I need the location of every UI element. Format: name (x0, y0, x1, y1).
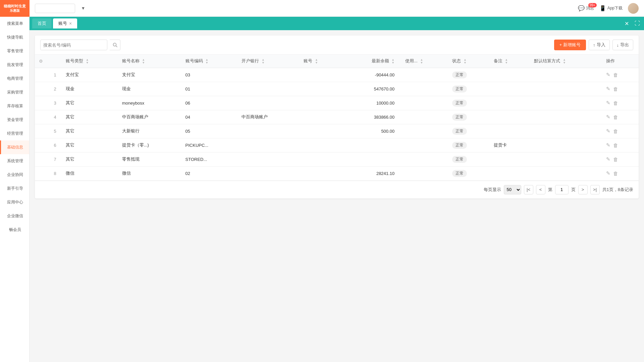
cell-bank-1 (237, 82, 300, 96)
table-row: 5 其它 大新银行 05 500.00 正常 ✎ 🗑 (35, 124, 639, 138)
add-account-button[interactable]: + 新增账号 (554, 40, 586, 50)
page-size-select[interactable]: 50 20 100 (504, 185, 521, 194)
logo-text-top: 稳稳时时生意 (4, 4, 26, 8)
logo: 稳稳时时生意 乐惠版 (0, 0, 30, 17)
page-label: 第 (548, 187, 552, 193)
page-first-btn[interactable]: |< (524, 185, 533, 194)
message-badge: 99+ (588, 3, 597, 7)
delete-icon-7[interactable]: 🗑 (613, 171, 618, 176)
col-account[interactable]: 账号 ▲▼ (300, 55, 340, 68)
avatar-image (628, 3, 639, 14)
tabbar-close-btn[interactable]: ✕ (623, 19, 631, 27)
cell-usage-1 (401, 82, 448, 96)
edit-icon-2[interactable]: ✎ (606, 100, 610, 106)
edit-icon-1[interactable]: ✎ (606, 86, 610, 92)
col-status[interactable]: 状态 ▲▼ (448, 55, 489, 68)
cell-settings-0 (35, 68, 48, 82)
col-action: 操作 (602, 55, 639, 68)
page-input[interactable] (555, 185, 569, 194)
topbar-avatar[interactable] (628, 3, 639, 14)
delete-icon-4[interactable]: 🗑 (613, 128, 618, 134)
edit-icon-5[interactable]: ✎ (606, 142, 610, 148)
sidebar-item-finance[interactable]: 资金管理 (0, 113, 29, 127)
account-search-btn[interactable] (110, 40, 120, 50)
toolbar-right: + 新增账号 ↑ 导入 ↓ 导出 (554, 40, 633, 50)
topbar-dropdown-icon[interactable]: ▼ (79, 4, 87, 12)
col-bank[interactable]: 开户银行 ▲▼ (237, 55, 300, 68)
sidebar-item-guide[interactable]: 新手引导 (0, 182, 29, 195)
search-icon (113, 43, 117, 47)
col-name[interactable]: 账号名称 ▲▼ (118, 55, 181, 68)
tab-account[interactable]: 账号 × (53, 18, 77, 28)
cell-bank-4 (237, 124, 300, 138)
cell-settings-6 (35, 152, 48, 166)
sidebar-item-basic[interactable]: 基础信息 (0, 140, 29, 154)
export-button[interactable]: ↓ 导出 (612, 40, 634, 50)
edit-icon-7[interactable]: ✎ (606, 170, 610, 176)
cell-code-3: 04 (181, 110, 238, 124)
edit-icon-3[interactable]: ✎ (606, 114, 610, 120)
cell-note-2 (490, 96, 530, 110)
sort-icon-status: ▲▼ (464, 58, 467, 64)
page-last-btn[interactable]: >| (590, 185, 600, 194)
cell-settings-3 (35, 110, 48, 124)
tab-account-label: 账号 (58, 20, 67, 26)
sidebar-item-inventory[interactable]: 库存核算 (0, 99, 29, 113)
cell-balance-4: 500.00 (340, 124, 401, 138)
col-balance[interactable]: 最新余额 ▲▼ (340, 55, 401, 68)
sidebar-item-ecommerce[interactable]: 电商管理 (0, 72, 29, 85)
tab-home[interactable]: 首页 (32, 18, 52, 28)
sidebar-item-operations[interactable]: 经营管理 (0, 127, 29, 140)
col-usage[interactable]: 使用... ▲▼ (401, 55, 448, 68)
sidebar-item-membership[interactable]: 畅会员 (0, 223, 29, 237)
col-code[interactable]: 账号编码 ▲▼ (181, 55, 238, 68)
topbar-app-download-btn[interactable]: 📱 App下载 (599, 5, 623, 11)
page-next-btn[interactable]: > (578, 185, 588, 194)
sidebar-item-enterprise[interactable]: 企业协同 (0, 168, 29, 182)
cell-settings-1 (35, 82, 48, 96)
col-default-payment[interactable]: 默认结算方式 ▲▼ (530, 55, 602, 68)
table-row: 6 其它 提货卡（零...) PICKUPC... 正常 提货卡 ✎ 🗑 (35, 138, 639, 152)
cell-bank-7 (237, 166, 300, 180)
gear-icon: ⚙ (39, 59, 43, 64)
tab-account-close-icon[interactable]: × (69, 21, 72, 26)
page-prev-btn[interactable]: < (536, 185, 545, 194)
sidebar-item-search[interactable]: 搜索菜单 (0, 17, 29, 31)
cell-action-3: ✎ 🗑 (602, 110, 639, 124)
cell-balance-1: 547670.00 (340, 82, 401, 96)
topbar-search-input[interactable] (35, 4, 75, 13)
topbar: ▼ 💬 消息 99+ 📱 App下载 (30, 0, 644, 17)
sidebar-item-shortcut[interactable]: 快捷导航 (0, 31, 29, 44)
topbar-message-btn[interactable]: 💬 消息 99+ (578, 5, 594, 11)
delete-icon-3[interactable]: 🗑 (613, 114, 618, 120)
edit-icon-0[interactable]: ✎ (606, 72, 610, 78)
col-type[interactable]: 账号类型 ▲▼ (62, 55, 118, 68)
sidebar-item-wholesale[interactable]: 批发管理 (0, 58, 29, 72)
col-settings[interactable]: ⚙ (35, 55, 48, 68)
sidebar-item-system[interactable]: 系统管理 (0, 154, 29, 168)
delete-icon-0[interactable]: 🗑 (613, 72, 618, 78)
cell-note-6 (490, 152, 530, 166)
sort-icon-usage: ▲▼ (420, 58, 423, 64)
cell-bank-6 (237, 152, 300, 166)
account-search-input[interactable] (40, 40, 107, 50)
tabbar-maximize-btn[interactable]: ⛶ (633, 19, 641, 27)
cell-settings-5 (35, 138, 48, 152)
page-suffix: 页 (571, 187, 576, 193)
import-button[interactable]: ↑ 导入 (589, 40, 610, 50)
cell-default-3 (530, 110, 602, 124)
delete-icon-6[interactable]: 🗑 (613, 157, 618, 162)
delete-icon-1[interactable]: 🗑 (613, 86, 618, 92)
cell-note-4 (490, 124, 530, 138)
sidebar-item-app-center[interactable]: 应用中心 (0, 195, 29, 209)
col-note[interactable]: 备注 ▲▼ (490, 55, 530, 68)
edit-icon-6[interactable]: ✎ (606, 156, 610, 162)
sidebar-item-purchase[interactable]: 采购管理 (0, 85, 29, 99)
sort-icon-code: ▲▼ (205, 58, 208, 64)
account-table: ⚙ 账号类型 ▲▼ 账号名称 ▲▼ (35, 55, 639, 181)
delete-icon-5[interactable]: 🗑 (613, 142, 618, 148)
sidebar-item-retail[interactable]: 零售管理 (0, 44, 29, 58)
edit-icon-4[interactable]: ✎ (606, 128, 610, 134)
sidebar-item-enterprise-wechat[interactable]: 企业微信 (0, 209, 29, 223)
delete-icon-2[interactable]: 🗑 (613, 100, 618, 106)
